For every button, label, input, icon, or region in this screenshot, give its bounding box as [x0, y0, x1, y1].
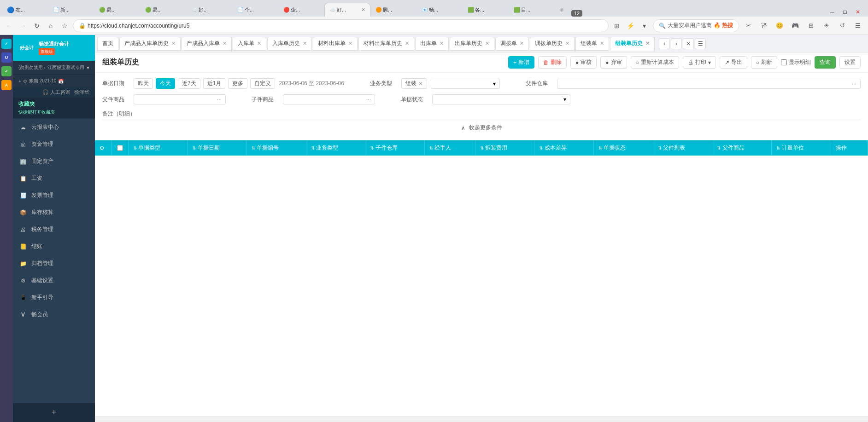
- abandon-button[interactable]: ● 弃审: [600, 56, 627, 69]
- col-bill-no[interactable]: ⇅ 单据编号: [246, 140, 306, 156]
- bottom-scrollbar[interactable]: [95, 416, 868, 422]
- col-disassembly-fee[interactable]: ⇅ 拆装费用: [475, 140, 534, 156]
- grid-button[interactable]: ⊞: [804, 19, 817, 32]
- bookmark-button[interactable]: ☆: [59, 20, 70, 31]
- new-button[interactable]: + 新增: [508, 56, 534, 69]
- child-goods-input[interactable]: ···: [283, 94, 375, 104]
- col-checkbox[interactable]: [111, 140, 128, 156]
- home-button[interactable]: ⌂: [45, 20, 56, 31]
- date-btn-yesterday[interactable]: 昨天: [134, 78, 153, 89]
- col-bill-status[interactable]: ⇅ 单据状态: [594, 140, 653, 156]
- browser-tab-4[interactable]: 🟢 易...: [140, 3, 186, 17]
- col-child-warehouse[interactable]: ⇅ 子件仓库: [365, 140, 425, 156]
- subtab-nav-left[interactable]: ‹: [659, 38, 670, 49]
- window-minimize[interactable]: ─: [827, 7, 837, 17]
- date-btn-today[interactable]: 今天: [156, 78, 175, 89]
- subtab-assembly-history-close[interactable]: ✕: [645, 40, 650, 46]
- browser-tab-7[interactable]: 🔴 企...: [278, 3, 324, 17]
- browser-tab-5[interactable]: ☁️ 好...: [186, 3, 232, 17]
- subtab-mat-out-history-close[interactable]: ✕: [405, 40, 409, 46]
- subtab-transfer-history-close[interactable]: ✕: [565, 40, 569, 46]
- review-button[interactable]: ● 审核: [570, 56, 597, 69]
- show-detail-checkbox[interactable]: [781, 59, 787, 65]
- subtab-transfer-close[interactable]: ✕: [520, 40, 524, 46]
- col-unit[interactable]: ⇅ 计量单位: [772, 140, 831, 156]
- date-btn-more[interactable]: 更多: [228, 78, 247, 89]
- subtab-in-close[interactable]: ✕: [257, 40, 261, 46]
- business-type-remove[interactable]: ✕: [418, 81, 423, 87]
- sidebar-item-guide[interactable]: 📱 新手引导: [13, 289, 95, 306]
- sidebar-item-tax[interactable]: 🖨 税务管理: [13, 221, 95, 238]
- sidebar-item-inventory[interactable]: 📦 库存核算: [13, 204, 95, 221]
- parent-warehouse-input[interactable]: ···: [557, 79, 861, 89]
- delete-button[interactable]: 🗑 删除: [538, 56, 567, 69]
- subtab-prod-in[interactable]: 产成品入库单 ✕: [182, 37, 232, 51]
- sidebar-item-settings[interactable]: ⚙ 基础设置: [13, 272, 95, 289]
- select-all-checkbox[interactable]: [117, 145, 123, 151]
- order-status-dropdown[interactable]: ▾: [432, 94, 570, 104]
- collapse-button[interactable]: ∧ 收起更多条件: [102, 120, 861, 134]
- col-parent-goods[interactable]: ⇅ 父件商品: [712, 140, 772, 156]
- window-maximize[interactable]: □: [840, 7, 850, 17]
- sidebar-item-member[interactable]: V 畅会员: [13, 306, 95, 323]
- address-bar[interactable]: 🔒 https://cloud.chanjet.com/accounting/u…: [73, 19, 609, 32]
- subtab-home[interactable]: 首页: [97, 37, 118, 51]
- query-button[interactable]: 查询: [815, 56, 836, 69]
- support-icon[interactable]: 🎧 人工咨询: [42, 89, 70, 96]
- subtab-prod-in-history-close[interactable]: ✕: [171, 40, 176, 46]
- subtab-transfer[interactable]: 调拨单 ✕: [495, 37, 529, 51]
- apps-button[interactable]: ⊞: [611, 20, 622, 31]
- subtab-mat-out-history[interactable]: 材料出库单历史 ✕: [358, 37, 414, 51]
- back-button[interactable]: ←: [4, 20, 15, 31]
- col-cost-diff[interactable]: ⇅ 成本差异: [534, 140, 594, 156]
- favorites-section[interactable]: 收藏夹 快捷键打开收藏夹: [13, 98, 95, 119]
- recalc-button[interactable]: ○ 重新计算成本: [631, 56, 679, 69]
- subtab-out-history-close[interactable]: ✕: [485, 40, 489, 46]
- browser-tab-2[interactable]: 📄 新...: [48, 3, 94, 17]
- browser-tab-11[interactable]: 🟩 各...: [463, 3, 509, 17]
- sidebar-item-asset[interactable]: 🏢 固定资产: [13, 153, 95, 170]
- subtab-assembly[interactable]: 组装单 ✕: [575, 37, 609, 51]
- sidebar-add-btn[interactable]: +: [13, 403, 95, 422]
- browser-tab-10[interactable]: 📧 畅...: [416, 3, 463, 17]
- subtab-in-history[interactable]: 入库单历史 ✕: [267, 37, 312, 51]
- print-button[interactable]: 🖨 打印 ▾: [683, 56, 716, 69]
- translate-button[interactable]: 译: [757, 19, 770, 32]
- col-handler[interactable]: ⇅ 经手人: [425, 140, 475, 156]
- menu-button[interactable]: ☰: [851, 19, 864, 32]
- cut-button[interactable]: ✂: [742, 19, 755, 32]
- game-button[interactable]: 🎮: [789, 19, 802, 32]
- subtab-in[interactable]: 入库单 ✕: [233, 37, 266, 51]
- date-btn-1month[interactable]: 近1月: [203, 78, 226, 89]
- col-biz-type[interactable]: ⇅ 业务类型: [306, 140, 365, 156]
- subtab-in-history-close[interactable]: ✕: [303, 40, 307, 46]
- col-bill-date[interactable]: ⇅ 单据日期: [188, 140, 247, 156]
- browser-tab-8[interactable]: ☁️ 好... ✕: [324, 3, 370, 17]
- refresh-button-page[interactable]: ○ 刷新: [751, 56, 777, 69]
- browser-tab-3[interactable]: 🟢 易...: [94, 3, 140, 17]
- col-bill-type[interactable]: ⇅ 单据类型: [128, 140, 188, 156]
- browser-tab-1[interactable]: 🔵 在...: [2, 3, 48, 17]
- export-button[interactable]: ↗ 导出: [720, 56, 747, 69]
- sidebar-item-archive[interactable]: 📁 归档管理: [13, 255, 95, 272]
- subtab-assembly-history[interactable]: 组装单历史 ✕: [610, 37, 655, 51]
- browser-tab-9[interactable]: 🟠 腾...: [370, 3, 416, 17]
- settings-button-page[interactable]: 设置: [839, 56, 861, 69]
- brightness-button[interactable]: ☀: [820, 19, 833, 32]
- dropdown-button[interactable]: ▾: [639, 20, 650, 31]
- sidebar-item-invoice[interactable]: 🧾 发票管理: [13, 187, 95, 204]
- subtab-nav-right[interactable]: ›: [671, 38, 682, 49]
- sidebar-item-salary[interactable]: 📋 工资: [13, 170, 95, 187]
- sidebar-item-cloud-report[interactable]: ☁ 云报表中心: [13, 119, 95, 136]
- lightning-button[interactable]: ⚡: [625, 20, 636, 31]
- subtab-close-all[interactable]: ✕: [683, 38, 694, 49]
- window-close[interactable]: ✕: [853, 7, 862, 17]
- subtab-out-history[interactable]: 出库单历史 ✕: [450, 37, 494, 51]
- business-type-dropdown[interactable]: ▾: [431, 79, 500, 89]
- undo-button[interactable]: ↺: [836, 19, 849, 32]
- subtab-prod-in-close[interactable]: ✕: [223, 40, 227, 46]
- emoji-button[interactable]: 😊: [773, 19, 786, 32]
- subtab-prod-in-history[interactable]: 产成品入库单历史 ✕: [119, 37, 181, 51]
- col-parent-list[interactable]: ⇅ 父件列表: [653, 140, 712, 156]
- ext-icon-1[interactable]: ✓: [1, 39, 12, 49]
